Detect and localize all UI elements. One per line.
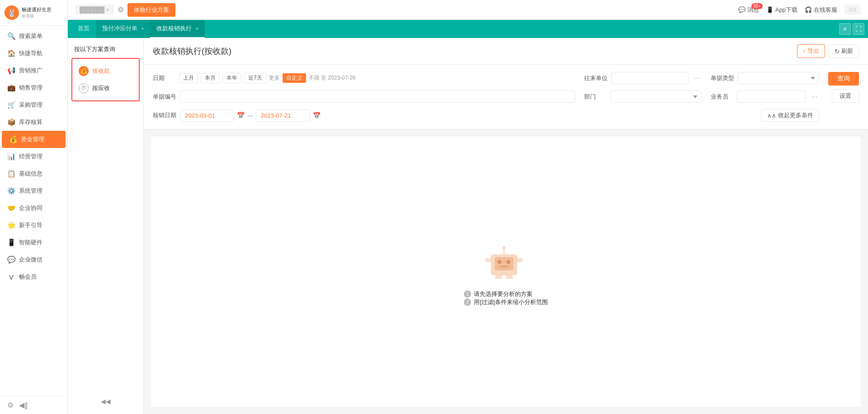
sidebar-item-basic-info[interactable]: 📋 基础信息 — [0, 165, 67, 182]
doc-type-label: 单据类型 — [711, 74, 734, 82]
doc-no-input[interactable] — [180, 90, 575, 103]
counterparty-dots[interactable]: ··· — [692, 74, 702, 82]
search-actions: 查询 设置 — [825, 72, 859, 122]
verify-date-end[interactable]: 2023-07-21 — [256, 109, 310, 122]
sidebar-item-member[interactable]: V 畅会员 — [0, 268, 67, 286]
empty-tip-1: 1 请先选择要分析的方案 — [464, 290, 547, 298]
tab-prepay[interactable]: 预付冲应付单 × — [96, 20, 150, 38]
sidebar-item-system[interactable]: ⚙️ 系统管理 — [0, 182, 67, 200]
search-section: 日期 上月 本月 本年 近7天 更多 自定义 不限 至 2023-07- — [144, 65, 868, 129]
service-icon: 🎧 — [805, 6, 812, 13]
collapse-filter-btn[interactable]: ◀◀ — [71, 394, 140, 409]
query-button[interactable]: 查询 — [828, 72, 859, 86]
cal-start-icon[interactable]: 📅 — [237, 112, 245, 119]
date-custom-badge[interactable]: 自定义 — [283, 73, 306, 83]
page-title: 收款核销执行(按收款) — [153, 46, 231, 57]
staff-dots[interactable]: ··· — [810, 93, 819, 101]
date-label: 日期 — [153, 74, 175, 82]
quick-nav-icon: 🏠 — [7, 49, 15, 57]
main-area: ██████ ▾ ⚙ 体验行业方案 💬 消息 99+ 📱 App下载 🎧 在线客… — [68, 0, 868, 414]
tab-collect[interactable]: 收款核销执行 × — [150, 20, 204, 38]
tab-home[interactable]: 首页 — [71, 20, 96, 38]
filter-by-collect[interactable]: 💰 按收款 — [76, 62, 135, 80]
tab-spacer — [205, 20, 839, 38]
date-last-month[interactable]: 上月 — [179, 73, 198, 83]
account-selector[interactable]: ██████ ▾ — [75, 5, 114, 15]
date-field: 日期 上月 本月 本年 近7天 更多 自定义 不限 至 2023-07- — [153, 73, 575, 83]
sidebar: 🐰 畅捷通好生意 标准版 🔍 搜索菜单 🏠 快捷导航 📢 营销推广 💼 销售管理… — [0, 0, 68, 414]
date-7days[interactable]: 近7天 — [244, 73, 266, 83]
counterparty-label: 往来单位 — [584, 74, 608, 82]
close-tab-btn[interactable]: × — [839, 23, 851, 35]
sidebar-footer: ⚙ ◀‖ — [0, 396, 67, 414]
sidebar-label-smart-hw: 智能硬件 — [19, 238, 42, 247]
export-button[interactable]: ↑ 导出 — [797, 44, 826, 58]
settings-icon[interactable]: ⚙ — [7, 401, 14, 409]
sidebar-label-corp-collab: 企业协同 — [19, 204, 42, 212]
svg-point-3 — [507, 260, 510, 264]
verify-date-start[interactable]: 2023-03-01 — [180, 109, 234, 122]
filter-collect-label: 按收款 — [92, 67, 110, 75]
dropdown-arrow: ▾ — [106, 6, 109, 13]
account-name: ██████ — [80, 6, 104, 13]
counterparty-input[interactable] — [611, 72, 689, 84]
svg-rect-9 — [506, 274, 513, 279]
tab-prepay-close[interactable]: × — [141, 26, 144, 31]
date-more[interactable]: 更多 — [269, 74, 280, 82]
sidebar-item-smart-hw[interactable]: 📱 智能硬件 — [0, 234, 67, 251]
counterparty-field: 往来单位 ··· — [584, 72, 702, 84]
empty-tip-2: 2 用[过滤]条件来缩小分析范围 — [464, 298, 547, 306]
date-this-month[interactable]: 本月 — [201, 73, 220, 83]
staff-input[interactable] — [737, 90, 806, 103]
message-button[interactable]: 💬 消息 99+ — [738, 6, 759, 14]
sidebar-item-corp-collab[interactable]: 🤝 企业协同 — [0, 200, 67, 217]
dept-select[interactable] — [610, 90, 702, 103]
refresh-button[interactable]: ↻ 刷新 — [829, 44, 859, 58]
cal-end-icon[interactable]: 📅 — [313, 112, 321, 119]
form-row-2: 单据编号 部门 业务员 ··· — [153, 90, 819, 103]
date-shortcuts: 上月 本月 本年 近7天 更多 自定义 不限 至 2023-07-26 — [179, 73, 356, 83]
app-logo: 🐰 畅捷通好生意 标准版 — [0, 0, 67, 26]
member-icon: V — [7, 273, 15, 281]
gear-icon[interactable]: ⚙ — [118, 5, 124, 14]
filter-box: 💰 按收款 ⏱ 按应收 — [71, 58, 140, 101]
tab-collect-close[interactable]: × — [195, 26, 198, 31]
tabbar-actions: × ⛶ — [839, 20, 864, 38]
page-actions: ↑ 导出 ↻ 刷新 — [797, 44, 859, 58]
topbar-left: ██████ ▾ ⚙ 体验行业方案 — [75, 3, 733, 17]
sidebar-item-marketing[interactable]: 📢 营销推广 — [0, 62, 67, 79]
expand-btn[interactable]: ⛶ — [853, 23, 864, 35]
sidebar-item-search-menu[interactable]: 🔍 搜索菜单 — [0, 28, 67, 45]
doc-type-select[interactable] — [738, 72, 819, 84]
sidebar-label-wechat: 企业微信 — [19, 256, 42, 264]
sidebar-label-quick-nav: 快捷导航 — [19, 49, 42, 57]
sidebar-item-operation[interactable]: 📊 经营管理 — [0, 148, 67, 165]
sidebar-label-search-menu: 搜索菜单 — [19, 32, 42, 40]
app-download-button[interactable]: 📱 App下载 — [766, 6, 797, 14]
collapse-sidebar-icon[interactable]: ◀‖ — [19, 401, 28, 409]
sidebar-item-sales[interactable]: 💼 销售管理 — [0, 79, 67, 96]
app-name: 畅捷通好生意 — [22, 6, 52, 13]
tabbar: 首页 预付冲应付单 × 收款核销执行 × × ⛶ — [68, 20, 868, 38]
svg-point-2 — [498, 260, 501, 264]
collapse-more-button[interactable]: ∧∧ 收起更多条件 — [761, 109, 819, 122]
sidebar-item-wechat[interactable]: 💬 企业微信 — [0, 251, 67, 268]
sidebar-item-purchase[interactable]: 🛒 采购管理 — [0, 96, 67, 114]
filter-by-receivable[interactable]: ⏱ 按应收 — [76, 80, 135, 97]
solution-button[interactable]: 体验行业方案 — [127, 3, 175, 17]
setting-button[interactable]: 设置 — [832, 89, 859, 103]
inventory-icon: 📦 — [7, 118, 15, 126]
svg-rect-6 — [485, 258, 492, 262]
sidebar-label-sales: 销售管理 — [19, 84, 42, 92]
user-menu[interactable]: Rit — [844, 5, 861, 15]
doc-no-label: 单据编号 — [153, 93, 176, 101]
message-badge: 99+ — [751, 3, 763, 9]
sidebar-item-inventory[interactable]: 📦 库存核算 — [0, 114, 67, 131]
date-this-year[interactable]: 本年 — [222, 73, 241, 83]
sidebar-item-guide[interactable]: 🌟 新手引导 — [0, 217, 67, 234]
online-service-button[interactable]: 🎧 在线客服 — [805, 6, 837, 14]
sidebar-item-capital[interactable]: 💰 资金管理 — [2, 131, 66, 148]
sidebar-item-quick-nav[interactable]: 🏠 快捷导航 — [0, 45, 67, 62]
sales-icon: 💼 — [7, 84, 15, 92]
export-icon: ↑ — [803, 48, 806, 55]
